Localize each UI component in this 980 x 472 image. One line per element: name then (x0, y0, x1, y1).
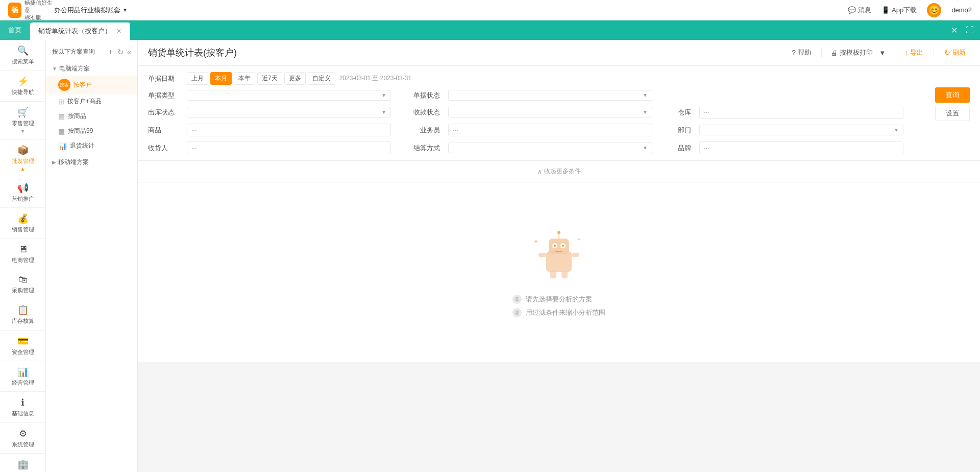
doc-type-label: 单据类型 (148, 91, 179, 100)
brand-select[interactable]: ··· (699, 141, 903, 154)
window-maximize-btn[interactable]: ⛶ (964, 23, 976, 37)
filter-area: 单据日期 上月 本月 本年 近7天 更多 自定义 2023-03-01 至 20… (138, 66, 980, 161)
sidebar-item-inventory[interactable]: 📋 库存核算 (0, 299, 45, 330)
svg-rect-9 (572, 253, 579, 257)
tab-close-icon[interactable]: ✕ (116, 28, 121, 35)
collapse-panel-icon[interactable]: « (127, 48, 131, 56)
print-btn[interactable]: 🖨 按模板打印 (828, 46, 876, 59)
tip-text-2: 用过滤条件来缩小分析范围 (526, 308, 605, 317)
doc-type-select[interactable]: ▼ (187, 90, 391, 101)
mobile-plan-group-header[interactable]: ▶ 移动端方案 (46, 155, 137, 169)
mobile-plan-group: ▶ 移动端方案 (46, 155, 137, 169)
sidebar-item-enterprise[interactable]: 🏢 企业协同 (0, 454, 45, 472)
desktop-plan-group-header[interactable]: ▼ 电脑端方案 (46, 62, 137, 76)
plan-item-by-product-99[interactable]: ▦ 按商品99 (46, 124, 137, 138)
tab-sales-stat[interactable]: 销货单统计表（按客户） ✕ (30, 22, 130, 40)
empty-tip-1: ① 请先选择要分析的方案 (512, 295, 605, 304)
divider-1 (821, 49, 822, 57)
out-status-label: 出库状态 (148, 108, 179, 117)
date-range-text: 2023-03-01 至 2023-03-31 (339, 74, 411, 83)
plan-item-by-customer[interactable]: 按客 按客户 (46, 76, 137, 94)
export-btn[interactable]: ↑ 导出 (900, 46, 927, 59)
top-bar-right: 💬 消息 📱 App下载 😊 demo2 (848, 3, 972, 17)
desktop-plan-group: ▼ 电脑端方案 按客 按客户 ⊞ 按客户+商品 ▦ 按商品 ▦ 按商品99 📊 … (46, 62, 137, 153)
date-btn-more[interactable]: 更多 (284, 72, 306, 85)
sidebar-item-ecom[interactable]: 🖥 电商管理 (0, 239, 45, 269)
filter-row-status: 出库状态 ▼ 收款状态 ▼ 仓库 ··· (148, 106, 922, 119)
sidebar-item-system[interactable]: ⚙ 系统管理 (0, 423, 45, 454)
sidebar: 🔍 搜索菜单 ⚡ 快捷导航 🛒 零售管理 ▼ 📦 批发管理 ▲ 📢 营销推广 💰… (0, 40, 46, 472)
tip-num-2: ② (512, 308, 522, 317)
department-dropdown-icon: ▼ (894, 127, 899, 133)
date-btn-custom[interactable]: 自定义 (308, 72, 335, 85)
tip-text-1: 请先选择要分析的方案 (526, 295, 592, 304)
logo-area: 畅 畅捷信好生意 标准版 (8, 0, 54, 21)
help-btn[interactable]: ? 帮助 (788, 46, 815, 59)
tab-bar-right: ✕ ⛶ (949, 20, 980, 40)
date-btn-last-month[interactable]: 上月 (187, 72, 208, 85)
date-btn-last-7[interactable]: 近7天 (257, 72, 282, 85)
search-icon: 🔍 (17, 45, 29, 56)
date-btn-this-month[interactable]: 本月 (210, 72, 232, 85)
warehouse-select[interactable]: ··· (699, 106, 903, 119)
svg-text:·: · (536, 255, 537, 260)
tab-home[interactable]: 首页 (0, 20, 30, 40)
refresh-label: 刷新 (952, 48, 966, 57)
sidebar-item-ops[interactable]: 📊 经营管理 (0, 361, 45, 392)
sidebar-item-purchase[interactable]: 🛍 采购管理 (0, 269, 45, 299)
sidebar-item-search[interactable]: 🔍 搜索菜单 (0, 40, 45, 70)
receiver-select[interactable]: ··· (187, 141, 391, 154)
tab-sales-stat-label: 销货单统计表（按客户） (38, 27, 111, 36)
system-icon: ⚙ (19, 428, 27, 439)
sidebar-item-finance[interactable]: 💳 资金管理 (0, 331, 45, 361)
page-header: 销货单统计表(按客户) ? 帮助 🖨 按模板打印 ▼ ↑ 导出 (138, 40, 980, 66)
doc-status-label: 单据状态 (409, 91, 440, 100)
add-plan-icon[interactable]: ＋ (107, 47, 114, 57)
user-avatar[interactable]: 😊 (927, 3, 941, 17)
user-name[interactable]: demo2 (951, 6, 972, 14)
window-close-btn[interactable]: ✕ (949, 23, 960, 37)
print-dropdown-group: 🖨 按模板打印 ▼ (828, 46, 888, 59)
help-icon: ? (792, 49, 796, 57)
sidebar-item-wholesale[interactable]: 📦 批发管理 ▲ (0, 139, 45, 177)
svg-text:✦: ✦ (533, 238, 538, 245)
date-btn-this-year[interactable]: 本年 (234, 72, 255, 85)
sidebar-item-retail[interactable]: 🛒 零售管理 ▼ (0, 102, 45, 139)
plan-item-return-stat[interactable]: 📊 退货统计 (46, 138, 137, 153)
doc-status-select[interactable]: ▼ (448, 90, 652, 101)
plan-item-by-customer-product[interactable]: ⊞ 按客户+商品 (46, 94, 137, 109)
content-area: 销货单统计表(按客户) ? 帮助 🖨 按模板打印 ▼ ↑ 导出 (138, 40, 980, 472)
refresh-btn[interactable]: ↻ 刷新 (940, 46, 970, 59)
app-title-dropdown-icon[interactable]: ▼ (122, 7, 128, 13)
out-status-select[interactable]: ▼ (187, 107, 391, 117)
product-select[interactable]: ··· (187, 124, 391, 136)
empty-state: ✦ ✦ · ① 请先选择要分析的方案 ② 用过滤条件来缩小分析范围 (138, 182, 980, 362)
department-select[interactable]: ▼ (699, 125, 903, 135)
query-button[interactable]: 查询 (935, 87, 970, 103)
refresh-plan-icon[interactable]: ↻ (117, 48, 124, 57)
settings-button[interactable]: 设置 (935, 106, 970, 121)
plan-item-label: 退货统计 (70, 141, 94, 150)
logo-text: 畅捷信好生意 标准版 (24, 0, 54, 21)
tip-num-1: ① (512, 295, 522, 304)
sidebar-item-sales-mgmt[interactable]: 💰 销售管理 (0, 208, 45, 239)
sidebar-item-quick-nav[interactable]: ⚡ 快捷导航 (0, 70, 45, 101)
svg-rect-8 (538, 253, 546, 257)
ecom-icon: 🖥 (18, 244, 28, 255)
by-product-icon: ▦ (58, 112, 65, 121)
payment-select[interactable]: ▼ (448, 107, 652, 117)
plan-item-by-product[interactable]: ▦ 按商品 (46, 109, 137, 124)
refresh-icon: ↻ (944, 49, 950, 57)
sidebar-item-marketing[interactable]: 📢 营销推广 (0, 177, 45, 208)
app-download-btn[interactable]: 📱 App下载 (881, 6, 917, 15)
message-btn[interactable]: 💬 消息 (848, 6, 871, 15)
salesperson-select[interactable]: ··· (448, 124, 652, 136)
sidebar-item-basic-info[interactable]: ℹ 基础信息 (0, 392, 45, 422)
finance-icon: 💳 (17, 336, 29, 347)
payment-dropdown-icon: ▼ (643, 109, 648, 115)
collapse-conditions-btn[interactable]: ∧ 收起更多条件 (531, 165, 587, 178)
print-dropdown-arrow[interactable]: ▼ (877, 47, 888, 59)
settlement-select[interactable]: ▼ (448, 143, 652, 153)
divider-2 (894, 49, 894, 57)
message-icon: 💬 (848, 6, 856, 14)
